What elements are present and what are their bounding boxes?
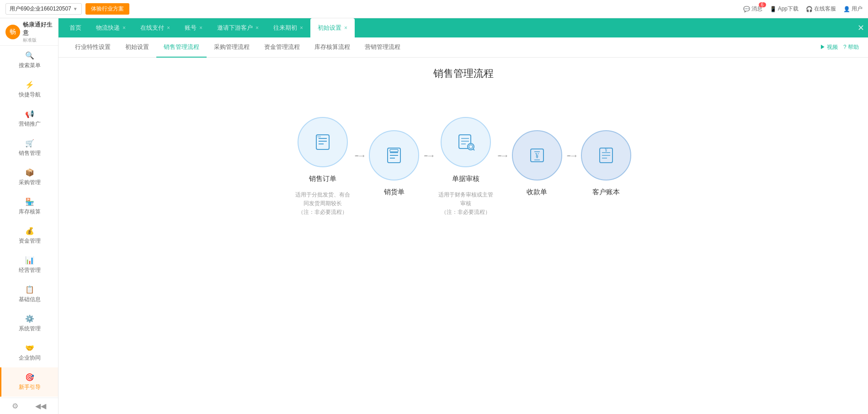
online-service-item[interactable]: 🎧 在线客服	[806, 5, 836, 13]
nav-icon: 🔍	[25, 51, 34, 60]
sidebar-item-库存核算[interactable]: 🏪库存核算	[0, 192, 58, 221]
tab-close-icon[interactable]: ×	[300, 25, 303, 31]
flow-circle-sales-order	[298, 117, 348, 167]
video-link[interactable]: ▶ 视频	[820, 43, 838, 51]
tab-label: 初始设置	[318, 24, 341, 32]
sub-tabs: 行业特性设置初始设置销售管理流程采购管理流程资金管理流程库存核算流程营销管理流程…	[59, 37, 868, 58]
nav-label: 经营管理	[19, 266, 41, 274]
nav-icon: 📦	[25, 168, 34, 177]
nav-label: 营销推广	[19, 120, 41, 128]
main-layout: 畅 畅康通好生意 标准版 🔍搜索菜单⚡快捷导航📢营销推广🛒销售管理📦采购管理🏪库…	[0, 18, 868, 414]
user-avatar-item[interactable]: 👤 用户	[843, 5, 863, 13]
user-select[interactable]: 用户690企业1660120507 ▼	[5, 3, 82, 15]
nav-icon: 📢	[25, 110, 34, 118]
message-icon: 💬	[743, 6, 750, 12]
tab-close-icon[interactable]: ×	[344, 25, 347, 31]
sales-order-desc: 适用于分批发货、有合同发货周期较长（注：非必要流程）	[295, 191, 350, 217]
app-download-item[interactable]: 📱 App下载	[770, 5, 799, 13]
sidebar-item-系统管理[interactable]: ⚙️系统管理	[0, 309, 58, 338]
nav-icon: 🎯	[25, 373, 34, 382]
tab-账号[interactable]: 账号×	[177, 18, 210, 37]
tab-邀请下游客户[interactable]: 邀请下游客户×	[210, 18, 266, 37]
sidebar-item-新手引导[interactable]: 🎯新手引导	[0, 367, 58, 397]
sidebar-item-基础信息[interactable]: 📋基础信息	[0, 280, 58, 309]
nav-label: 搜索菜单	[19, 62, 41, 69]
sub-tab-营销管理流程[interactable]: 营销管理流程	[357, 37, 408, 58]
help-link[interactable]: ? 帮助	[843, 43, 859, 51]
tab-初始设置[interactable]: 初始设置×	[310, 18, 355, 37]
sidebar-item-销售管理[interactable]: 🛒销售管理	[0, 133, 58, 163]
message-item[interactable]: 💬 消息 6	[743, 5, 762, 13]
review-icon	[456, 132, 476, 152]
sidebar-item-采购管理[interactable]: 📦采购管理	[0, 163, 58, 192]
tab-close-icon[interactable]: ×	[122, 25, 126, 31]
sub-tab-资金管理流程[interactable]: 资金管理流程	[257, 37, 307, 58]
sub-tab-销售管理流程[interactable]: 销售管理流程	[156, 37, 207, 58]
app-download-label: App下载	[778, 5, 799, 13]
receipt-icon: ¥	[527, 145, 547, 165]
tab-label: 在线支付	[140, 24, 164, 32]
sub-tab-库存核算流程[interactable]: 库存核算流程	[307, 37, 357, 58]
flow-node-account: ¥ 客户账本	[581, 130, 631, 204]
account-label: 客户账本	[592, 188, 620, 196]
sidebar-item-资金管理[interactable]: 💰资金管理	[0, 221, 58, 250]
sidebar-item-快捷导航[interactable]: ⚡快捷导航	[0, 75, 58, 104]
account-icon: ¥	[596, 145, 616, 165]
page-content: 销售管理流程 销售订单 适用于分批发货、有合同	[59, 58, 868, 414]
sidebar-bottom: ⚙ ◀◀	[0, 398, 58, 414]
tab-往来期初[interactable]: 往来期初×	[266, 18, 310, 37]
flow-node-review: 单据审核 适用于财务审核或主管审核（注：非必要流程）	[438, 117, 493, 217]
tab-首页[interactable]: 首页	[62, 18, 89, 37]
message-badge: 6	[759, 2, 766, 7]
svg-rect-9	[390, 149, 398, 152]
flow-node-receipt: ¥ 收款单	[512, 130, 562, 204]
flow-node-sales-order: 销售订单 适用于分批发货、有合同发货周期较长（注：非必要流程）	[295, 117, 350, 217]
logo-text-block: 畅康通好生意 标准版	[23, 21, 53, 43]
nav-label: 企业协同	[19, 354, 41, 362]
user-label: 用户690企业1660120507	[10, 5, 71, 13]
sub-tab-行业特性设置[interactable]: 行业特性设置	[68, 37, 118, 58]
logo-icon: 畅	[5, 25, 20, 39]
flow-circle-receipt: ¥	[512, 130, 562, 180]
top-bar-left: 用户690企业1660120507 ▼ 体验行业方案	[5, 3, 129, 15]
nav-icon: 💰	[25, 227, 34, 235]
phone-icon: 📱	[770, 6, 777, 12]
tab-在线支付[interactable]: 在线支付×	[133, 18, 177, 37]
tab-close-icon[interactable]: ×	[199, 25, 202, 31]
sidebar-item-企业协同[interactable]: 🤝企业协同	[0, 338, 58, 367]
invoice-icon	[384, 145, 404, 165]
svg-rect-4	[317, 136, 321, 138]
svg-line-16	[473, 149, 474, 150]
avatar-icon: 👤	[843, 6, 850, 12]
nav-label: 采购管理	[19, 179, 41, 186]
tab-label: 邀请下游客户	[217, 24, 253, 32]
tab-bar-close-icon[interactable]: ✕	[857, 23, 864, 33]
headset-icon: 🎧	[806, 6, 813, 12]
invoice-label: 销货单	[384, 188, 405, 196]
receipt-label: 收款单	[527, 188, 547, 196]
nav-icon: 🤝	[25, 344, 34, 352]
tab-label: 往来期初	[273, 24, 297, 32]
nav-label: 新手引导	[19, 383, 41, 391]
sub-tab-初始设置[interactable]: 初始设置	[118, 37, 156, 58]
tab-close-icon[interactable]: ×	[167, 25, 170, 31]
settings-icon[interactable]: ⚙	[12, 402, 18, 410]
logo-area: 畅 畅康通好生意 标准版	[0, 18, 58, 46]
sub-tab-采购管理流程[interactable]: 采购管理流程	[207, 37, 257, 58]
svg-text:¥: ¥	[605, 147, 607, 153]
flow-circle-account: ¥	[581, 130, 631, 180]
tab-物流快递[interactable]: 物流快递×	[89, 18, 133, 37]
sidebar-item-搜索菜单[interactable]: 🔍搜索菜单	[0, 46, 58, 75]
nav-label: 资金管理	[19, 237, 41, 245]
arrow-2: --→	[419, 150, 438, 161]
dropdown-arrow-icon: ▼	[73, 6, 78, 11]
sidebar-item-营销推广[interactable]: 📢营销推广	[0, 104, 58, 133]
arrow-4: --→	[562, 150, 581, 161]
collapse-icon[interactable]: ◀◀	[35, 402, 46, 410]
sidebar-item-经营管理[interactable]: 📊经营管理	[0, 250, 58, 280]
trial-button[interactable]: 体验行业方案	[85, 3, 129, 15]
nav-items: 🔍搜索菜单⚡快捷导航📢营销推广🛒销售管理📦采购管理🏪库存核算💰资金管理📊经营管理…	[0, 46, 58, 398]
tab-close-icon[interactable]: ×	[256, 25, 259, 31]
nav-label: 销售管理	[19, 149, 41, 157]
nav-icon: 🛒	[25, 139, 34, 148]
